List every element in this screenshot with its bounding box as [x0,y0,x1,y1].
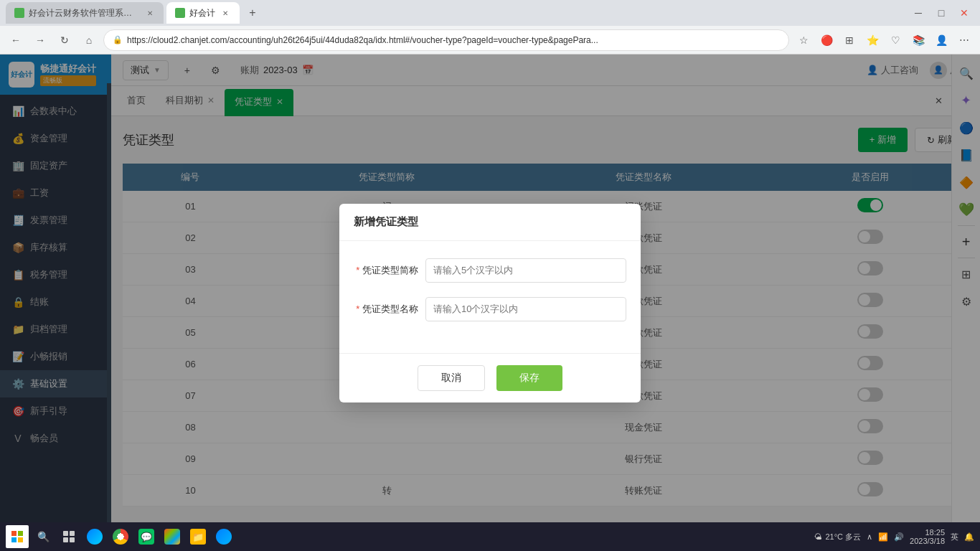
edge-icon [87,529,103,545]
clock-date: 2023/3/18 [910,537,945,545]
taskbar-store-button[interactable] [161,525,184,548]
modal-dialog: 新增凭证类型 凭证类型简称 凭证类型名称 取消 保存 [339,204,641,402]
chrome-icon [113,529,128,545]
forward-button[interactable]: → [30,30,50,50]
collections-icon[interactable]: 📚 [908,30,928,50]
taskbar-edge2-button[interactable] [212,525,235,548]
svg-rect-1 [18,531,23,536]
speaker-icon: 🔊 [894,532,904,542]
browser-tab-2[interactable]: 好会计 ✕ [166,2,240,24]
store-icon [164,529,180,545]
browser-tab-bar: 好会计云财务软件管理系统_会计 ✕ 好会计 ✕ + ─ □ ✕ [0,0,980,26]
weather-icon: 🌤 [814,532,822,541]
taskbar-search-button[interactable]: 🔍 [32,525,55,548]
weather-info: 🌤 21°C 多云 [814,532,861,542]
apps-icon[interactable]: ⊞ [839,30,859,50]
taskbar: 🔍 💬 📁 🌤 21°C 多云 ∧ 📶 🔊 18:25 2023/3/18 英 [0,522,980,551]
form-row-name: 凭证类型名称 [354,297,626,321]
maximize-button[interactable]: □ [931,3,951,23]
modal-footer: 取消 保存 [339,353,641,402]
url-text: https://cloud2.chanjet.com/accounting/uh… [127,35,598,45]
svg-rect-3 [18,537,23,542]
weather-text: 21°C 多云 [825,532,861,542]
reload-button[interactable]: ↻ [55,30,75,50]
back-button[interactable]: ← [6,30,26,50]
lock-icon: 🔒 [113,35,123,44]
tab2-favicon [175,8,185,18]
field-short-input[interactable] [425,258,626,283]
taskbar-taskview-button[interactable] [57,525,80,548]
minimize-button[interactable]: ─ [908,3,928,23]
new-tab-button[interactable]: + [242,3,263,23]
tab1-title: 好会计云财务软件管理系统_会计 [29,7,141,19]
modal-header: 新增凭证类型 [339,204,641,241]
browser-tab-1[interactable]: 好会计云财务软件管理系统_会计 ✕ [6,2,164,24]
svg-rect-6 [63,537,68,542]
home-button[interactable]: ⌂ [79,30,99,50]
modal-overlay[interactable]: 新增凭证类型 凭证类型简称 凭证类型名称 取消 保存 [0,55,980,551]
wechat-icon: 💬 [138,529,154,545]
clock-time: 18:25 [910,528,945,537]
notification-icon[interactable]: 🔔 [964,532,974,542]
save-button[interactable]: 保存 [496,365,562,391]
url-input[interactable]: 🔒 https://cloud2.chanjet.com/accounting/… [103,29,789,51]
taskbar-edge-button[interactable] [83,525,106,548]
svg-rect-0 [11,531,17,536]
profile-icon[interactable]: ⭐ [862,30,882,50]
tab2-close[interactable]: ✕ [220,7,231,19]
svg-rect-4 [63,531,68,536]
taskbar-explorer-button[interactable]: 📁 [187,525,209,548]
svg-rect-7 [70,537,75,542]
close-button[interactable]: ✕ [954,3,974,23]
field-short-label: 凭证类型简称 [354,264,425,277]
taskbar-chrome-button[interactable] [109,525,132,548]
tab1-close[interactable]: ✕ [145,7,155,19]
tab1-favicon [14,8,24,18]
modal-title: 新增凭证类型 [354,215,418,227]
cancel-button[interactable]: 取消 [418,365,485,391]
bookmark-icon[interactable]: ☆ [793,30,814,50]
svg-rect-5 [70,531,75,536]
form-row-short: 凭证类型简称 [354,258,626,283]
language-indicator[interactable]: 英 [951,532,958,542]
field-name-label: 凭证类型名称 [354,303,425,316]
edge2-icon [216,529,232,545]
taskbar-wechat-button[interactable]: 💬 [135,525,158,548]
svg-rect-2 [11,537,17,542]
taskbar-right: 🌤 21°C 多云 ∧ 📶 🔊 18:25 2023/3/18 英 🔔 [814,528,974,545]
tab2-title: 好会计 [189,7,215,19]
extension-icon[interactable]: 🔴 [816,30,837,50]
start-button[interactable] [6,525,29,548]
taskbar-chevron-up[interactable]: ∧ [867,532,872,542]
taskview-icon [61,529,77,545]
address-bar: ← → ↻ ⌂ 🔒 https://cloud2.chanjet.com/acc… [0,26,980,55]
modal-body: 凭证类型简称 凭证类型名称 [339,241,641,353]
user-profile-icon[interactable]: 👤 [931,30,951,50]
favorites-icon[interactable]: ♡ [885,30,905,50]
field-name-input[interactable] [425,297,626,321]
taskbar-clock: 18:25 2023/3/18 [910,528,945,545]
wifi-icon: 📶 [878,532,888,542]
explorer-icon: 📁 [190,529,206,545]
more-icon[interactable]: ⋯ [954,30,974,50]
